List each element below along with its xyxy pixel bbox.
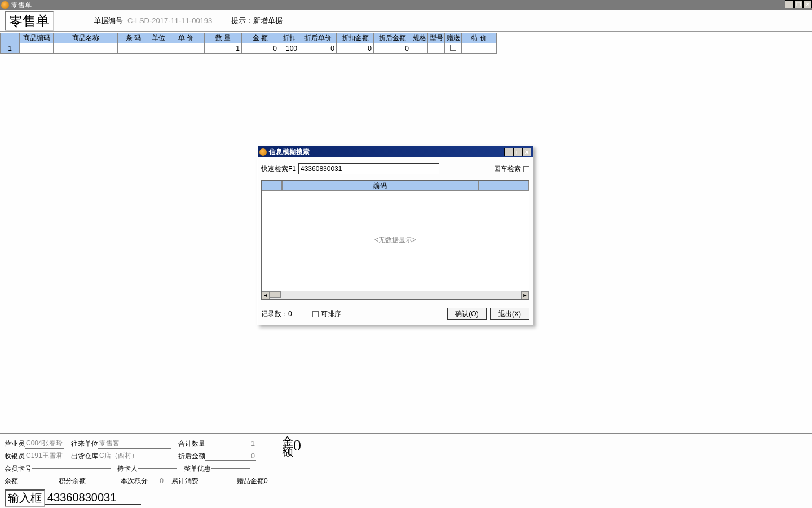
info-row-4: 余额 积分余额 本次积分0 累计消费 赠品金额0 [5, 475, 807, 487]
minimize-button[interactable]: _ [785, 0, 794, 8]
whole-disc-value[interactable] [211, 468, 250, 469]
accum-label: 累计消费 [171, 476, 198, 486]
horizontal-scrollbar[interactable]: ◄ ► [262, 291, 529, 299]
confirm-button[interactable]: 确认(O) [447, 308, 487, 320]
hint-label: 提示： [231, 16, 253, 25]
cell-code[interactable] [20, 43, 54, 54]
search-dialog: 信息模糊搜索 _ □ ✕ 快速检索F1 回车检索 编码 <无数据显示> ◄ [257, 146, 533, 325]
total-amount-value: 0 [293, 436, 301, 454]
after-amount-value: 0 [205, 452, 256, 461]
holder-value[interactable] [138, 468, 177, 469]
after-amount-label: 折后金额 [178, 452, 205, 461]
result-grid[interactable]: 编码 <无数据显示> ◄ ► [261, 180, 529, 300]
dialog-title: 信息模糊搜索 [269, 147, 310, 157]
dialog-icon [259, 148, 267, 156]
col-code: 商品编码 [20, 33, 54, 43]
col-model: 型号 [428, 33, 445, 43]
scroll-left-button[interactable]: ◄ [262, 291, 270, 299]
sortable-checkbox[interactable] [312, 311, 319, 317]
col-barcode: 条 码 [118, 33, 149, 43]
maximize-button[interactable]: ❐ [794, 0, 803, 8]
total-qty-value: 1 [205, 440, 256, 448]
input-bar-label: 输入框 [5, 489, 45, 507]
col-price: 单 价 [167, 33, 205, 43]
hint: 提示：新增单据 [231, 16, 283, 26]
cell-unit[interactable] [149, 43, 167, 54]
whole-disc-label: 整单优惠 [184, 464, 211, 474]
dialog-maximize-button[interactable]: □ [513, 148, 522, 156]
warehouse-label: 出货仓库 [71, 452, 98, 461]
scroll-track[interactable] [270, 291, 521, 299]
balance-value [18, 481, 52, 481]
search-input[interactable] [298, 163, 439, 174]
holder-label: 持卡人 [117, 464, 138, 474]
point-balance-label: 积分余额 [59, 476, 86, 486]
cell-qty[interactable]: 1 [205, 43, 242, 54]
cell-name[interactable] [54, 43, 118, 54]
cell-gift[interactable] [445, 43, 462, 54]
cell-spec[interactable] [411, 43, 428, 54]
warehouse-value[interactable]: C店（西村） [98, 451, 171, 461]
this-points-label: 本次积分 [121, 476, 148, 486]
app-icon [1, 1, 9, 9]
info-row-3: 会员卡号 持卡人 整单优惠 [5, 462, 807, 475]
dialog-minimize-button[interactable]: _ [504, 148, 513, 156]
cell-disc-amt[interactable]: 0 [337, 43, 374, 54]
salesperson-value[interactable]: C004张春玲 [25, 439, 64, 449]
table-header-row: 商品编码 商品名称 条 码 单位 单 价 数 量 金 额 折扣 折后单价 折扣金… [1, 33, 497, 43]
input-bar: 输入框 43360830031 [5, 489, 807, 507]
party-value[interactable]: 零售客 [98, 439, 171, 449]
dialog-titlebar[interactable]: 信息模糊搜索 _ □ ✕ [258, 146, 533, 157]
main-window-title: 零售单 [11, 1, 32, 10]
no-data-label: <无数据显示> [374, 235, 416, 245]
doc-number-label: 单据编号 [94, 16, 123, 26]
gift-checkbox[interactable] [450, 45, 456, 51]
exit-button[interactable]: 退出(X) [490, 308, 529, 320]
cashier-value[interactable]: C191王雪君 [25, 451, 64, 461]
cell-discount[interactable]: 100 [279, 43, 299, 54]
result-col-extra [478, 181, 529, 191]
input-bar-field[interactable]: 43360830031 [45, 491, 141, 505]
cell-special[interactable] [462, 43, 497, 54]
col-disc-amt: 折扣金额 [337, 33, 374, 43]
info-row-1: 营业员C004张春玲 往来单位零售客 合计数量1 [5, 437, 807, 450]
enter-search-option[interactable]: 回车检索 [494, 164, 529, 174]
cell-after-amt[interactable]: 0 [374, 43, 411, 54]
window-controls: _ ❐ ✕ [785, 0, 812, 8]
card-label: 会员卡号 [5, 464, 32, 474]
cell-disc-price[interactable]: 0 [299, 43, 337, 54]
this-points-value: 0 [148, 477, 165, 485]
table-row[interactable]: 1 1 0 100 0 0 0 [1, 43, 497, 54]
col-unit: 单位 [149, 33, 167, 43]
dialog-footer: 记录数：0 可排序 确认(O) 退出(X) [258, 303, 533, 325]
col-rowhead [1, 33, 20, 43]
main-titlebar: 零售单 _ ❐ ✕ [0, 0, 812, 10]
cell-amount[interactable]: 0 [242, 43, 279, 54]
sortable-option[interactable]: 可排序 [312, 309, 341, 319]
close-button[interactable]: ✕ [803, 0, 812, 8]
salesperson-label: 营业员 [5, 439, 25, 449]
cell-barcode[interactable] [118, 43, 149, 54]
scroll-right-button[interactable]: ► [521, 291, 529, 299]
gift-amount-label: 赠品金额 [237, 476, 264, 486]
cell-model[interactable] [428, 43, 445, 54]
cashier-label: 收银员 [5, 452, 25, 461]
party-label: 往来单位 [71, 439, 98, 449]
scroll-thumb[interactable] [270, 291, 281, 298]
row-index: 1 [1, 43, 20, 54]
result-header: 编码 [262, 181, 529, 191]
info-row-2: 收银员C191王雪君 出货仓库C店（西村） 折后金额0 [5, 450, 807, 462]
dialog-body: 快速检索F1 回车检索 编码 <无数据显示> ◄ ► [258, 157, 533, 303]
dialog-close-button[interactable]: ✕ [522, 148, 531, 156]
card-value[interactable] [32, 468, 111, 469]
items-table[interactable]: 商品编码 商品名称 条 码 单位 单 价 数 量 金 额 折扣 折后单价 折扣金… [0, 33, 497, 54]
enter-search-checkbox[interactable] [523, 166, 529, 172]
col-gift: 赠送 [445, 33, 462, 43]
cell-price[interactable] [167, 43, 205, 54]
result-col-blank [262, 181, 282, 191]
bottom-panel: 金额0 营业员C004张春玲 往来单位零售客 合计数量1 收银员C191王雪君 … [0, 433, 812, 508]
record-count-label: 记录数： [261, 310, 288, 318]
col-name: 商品名称 [54, 33, 118, 43]
total-amount: 金额0 [282, 436, 301, 458]
accum-value [198, 481, 230, 481]
